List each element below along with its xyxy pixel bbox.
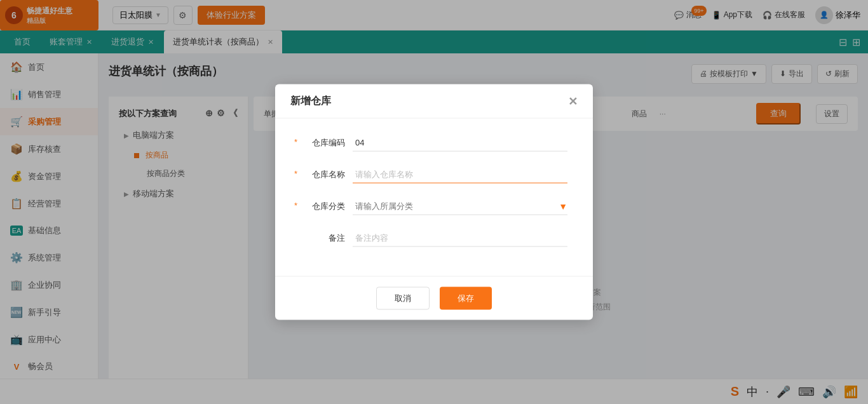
category-label: 仓库分类 (301, 201, 345, 212)
name-input[interactable] (353, 166, 567, 184)
modal-body: 仓库编码 仓库名称 仓库分类 ▼ 备注 (275, 119, 593, 276)
note-label: 备注 (301, 232, 345, 244)
name-label: 仓库名称 (301, 169, 345, 180)
new-warehouse-modal: 新增仓库 ✕ 仓库编码 仓库名称 仓库分类 ▼ 备注 取消 保存 (275, 84, 593, 320)
code-input[interactable] (353, 134, 567, 152)
modal-title: 新增仓库 (290, 95, 331, 108)
category-select-wrapper: ▼ (353, 198, 567, 215)
form-row-name: 仓库名称 (301, 166, 567, 184)
note-input[interactable] (353, 229, 567, 247)
form-row-category: 仓库分类 ▼ (301, 198, 567, 215)
modal-header: 新增仓库 ✕ (275, 84, 593, 119)
save-button[interactable]: 保存 (440, 287, 492, 310)
code-label: 仓库编码 (301, 137, 345, 149)
cancel-button[interactable]: 取消 (376, 287, 430, 310)
form-row-note: 备注 (301, 229, 567, 247)
category-input[interactable] (353, 198, 559, 215)
category-dropdown-icon[interactable]: ▼ (559, 201, 567, 211)
modal-close-button[interactable]: ✕ (568, 95, 578, 107)
form-row-code: 仓库编码 (301, 134, 567, 152)
modal-footer: 取消 保存 (275, 276, 593, 320)
